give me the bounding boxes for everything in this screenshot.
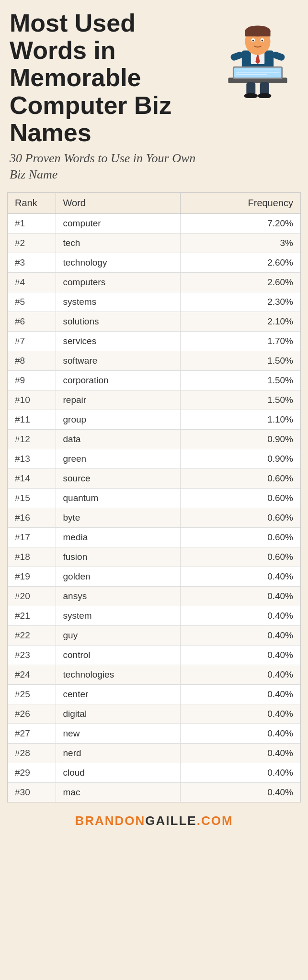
table-row: #9corporation1.50% [8,370,300,390]
table-header-row: Rank Word Frequency [8,193,300,214]
col-frequency: Frequency [180,193,300,214]
cell-frequency: 0.40% [180,665,300,684]
cell-frequency: 0.40% [180,704,300,724]
table-row: #2tech3% [8,233,300,253]
cell-word: computers [56,272,180,292]
table-row: #27new0.40% [8,724,300,743]
cell-rank: #16 [8,508,56,527]
cell-word: services [56,331,180,351]
cell-word: repair [56,390,180,410]
svg-rect-14 [234,68,282,78]
table-row: #4computers2.60% [8,272,300,292]
cell-word: source [56,468,180,488]
col-rank: Rank [8,193,56,214]
cell-rank: #18 [8,547,56,567]
cell-frequency: 0.40% [180,567,300,586]
cell-word: new [56,724,180,743]
cell-frequency: 0.40% [180,625,300,645]
footer-brand-part3: .COM [197,813,233,828]
cell-frequency: 7.20% [180,213,300,233]
cell-rank: #10 [8,390,56,410]
table-row: #16byte0.60% [8,508,300,527]
cell-frequency: 1.50% [180,370,300,390]
cell-rank: #25 [8,684,56,704]
cell-rank: #12 [8,429,56,449]
cell-frequency: 3% [180,233,300,253]
cell-frequency: 0.60% [180,488,300,508]
cell-frequency: 0.60% [180,468,300,488]
cell-frequency: 0.40% [180,782,300,802]
cell-word: center [56,684,180,704]
cell-rank: #5 [8,292,56,312]
table-row: #19golden0.40% [8,567,300,586]
cell-frequency: 0.40% [180,586,300,606]
cell-rank: #8 [8,351,56,370]
cell-rank: #2 [8,233,56,253]
cell-rank: #7 [8,331,56,351]
cell-rank: #13 [8,449,56,468]
cell-word: cloud [56,763,180,782]
cell-frequency: 2.60% [180,272,300,292]
cell-frequency: 1.70% [180,331,300,351]
table-row: #7services1.70% [8,331,300,351]
table-row: #30mac0.40% [8,782,300,802]
cell-rank: #14 [8,468,56,488]
cell-word: ansys [56,586,180,606]
svg-rect-5 [245,31,270,36]
cell-word: golden [56,567,180,586]
svg-point-8 [252,40,254,42]
table-section: Rank Word Frequency #1computer7.20%#2tec… [7,192,301,802]
cell-word: nerd [56,743,180,763]
table-row: #10repair1.50% [8,390,300,410]
cell-rank: #26 [8,704,56,724]
footer-section: BRANDONGAILLE.COM [7,810,301,832]
subtitle: 30 Proven Words to Use in Your Own Biz N… [10,150,212,183]
cell-word: systems [56,292,180,312]
table-row: #25center0.40% [8,684,300,704]
table-row: #22guy0.40% [8,625,300,645]
table-row: #13green0.90% [8,449,300,468]
cell-frequency: 0.90% [180,429,300,449]
cell-rank: #23 [8,645,56,665]
cell-word: software [56,351,180,370]
svg-point-21 [258,93,271,98]
cell-rank: #29 [8,763,56,782]
table-row: #5systems2.30% [8,292,300,312]
cell-rank: #3 [8,253,56,272]
table-row: #11group1.10% [8,410,300,429]
table-row: #6solutions2.10% [8,312,300,331]
cell-word: guy [56,625,180,645]
cell-rank: #11 [8,410,56,429]
table-row: #29cloud0.40% [8,763,300,782]
table-row: #1computer7.20% [8,213,300,233]
cell-rank: #4 [8,272,56,292]
cell-frequency: 0.40% [180,684,300,704]
cell-word: technologies [56,665,180,684]
table-row: #3technology2.60% [8,253,300,272]
cell-frequency: 0.40% [180,724,300,743]
col-word: Word [56,193,180,214]
cell-rank: #15 [8,488,56,508]
cell-word: mac [56,782,180,802]
cell-frequency: 1.50% [180,390,300,410]
data-table: Rank Word Frequency #1computer7.20%#2tec… [8,193,300,802]
cell-frequency: 0.60% [180,547,300,567]
cell-frequency: 2.10% [180,312,300,331]
cell-frequency: 0.60% [180,527,300,547]
cell-frequency: 1.10% [180,410,300,429]
table-row: #8software1.50% [8,351,300,370]
cell-frequency: 2.60% [180,253,300,272]
table-row: #18fusion0.60% [8,547,300,567]
table-row: #15quantum0.60% [8,488,300,508]
cell-word: corporation [56,370,180,390]
cell-word: control [56,645,180,665]
cell-rank: #24 [8,665,56,684]
footer-brand-part2: GAILLE [145,813,196,828]
cell-word: group [56,410,180,429]
cell-word: digital [56,704,180,724]
person-illustration [219,12,296,98]
cell-word: byte [56,508,180,527]
cell-rank: #27 [8,724,56,743]
cell-rank: #22 [8,625,56,645]
title-block: Most Used Words in Memorable Computer Bi… [10,10,217,183]
